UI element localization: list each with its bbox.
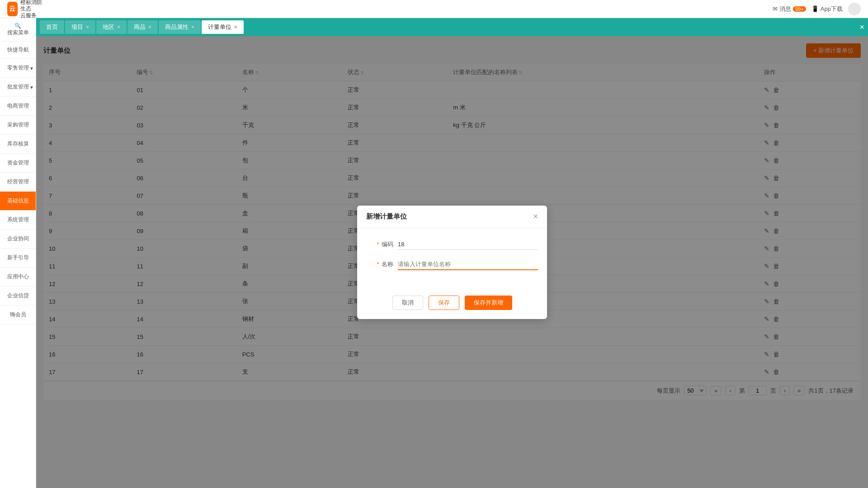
sidebar-item-retail[interactable]: 零售管理 ▼: [0, 59, 36, 78]
modal-header: 新增计量单位 ×: [357, 206, 547, 228]
top-bar-left: 云 橙标消防生态 云服务: [7, 0, 43, 19]
content-area: 首页 项目 × 地区 × 商品 × 商品属性 × 计量单位 × ×: [36, 18, 868, 488]
sidebar-quick-nav[interactable]: 快捷导航: [0, 42, 36, 59]
top-bar: 云 橙标消防生态 云服务 ✉ 消息 99+ 📱 App下载: [0, 0, 868, 18]
message-badge: 99+: [793, 6, 806, 12]
tab-close-unit[interactable]: ×: [234, 24, 237, 30]
sidebar-item-purchase[interactable]: 采购管理: [0, 116, 36, 135]
modal-title: 新增计量单位: [366, 212, 407, 221]
save-button[interactable]: 保存: [429, 296, 459, 310]
app-download-btn[interactable]: 📱 App下载: [811, 5, 843, 13]
add-unit-modal: 新增计量单位 × * 编码 *: [357, 206, 547, 319]
sidebar-search[interactable]: 🔍 搜索菜单: [0, 18, 36, 42]
sidebar-item-ecommerce[interactable]: 电商管理: [0, 97, 36, 116]
chevron-down-icon: ▼: [29, 66, 34, 70]
page-content: 计量单位 + 新增计量单位 序号 编号⇅ 名称⇅ 状态⇅ 计量单位匹配的名称列表…: [36, 36, 868, 488]
message-btn[interactable]: ✉ 消息 99+: [773, 5, 806, 13]
top-bar-right: ✉ 消息 99+ 📱 App下载: [773, 3, 861, 15]
tab-close-projects[interactable]: ×: [86, 24, 89, 30]
sidebar-item-inventory[interactable]: 库存核算: [0, 135, 36, 154]
logo-text: 橙标消防生态 云服务: [20, 0, 43, 19]
download-icon: 📱: [811, 5, 819, 12]
modal-close-btn[interactable]: ×: [533, 212, 538, 221]
sidebar-item-app-center[interactable]: 应用中心: [0, 267, 36, 286]
sidebar-item-enterprise-credit[interactable]: 企业信贷: [0, 286, 36, 305]
main-layout: 🔍 搜索菜单 快捷导航 零售管理 ▼ 批发管理 ▼ 电商管理 采购管理 库存核算…: [0, 18, 868, 488]
tab-close-area[interactable]: ×: [117, 24, 120, 30]
tab-close-products[interactable]: ×: [148, 24, 151, 30]
tab-home[interactable]: 首页: [40, 20, 64, 34]
user-avatar[interactable]: [848, 3, 861, 15]
tab-projects[interactable]: 项目 ×: [65, 20, 95, 34]
sidebar-item-new-guide[interactable]: 新手引导: [0, 249, 36, 267]
sidebar-item-cooperation[interactable]: 企业协同: [0, 230, 36, 249]
sidebar-item-system[interactable]: 系统管理: [0, 211, 36, 230]
form-row-code: * 编码: [366, 239, 538, 250]
tab-product-attrs[interactable]: 商品属性 ×: [159, 20, 201, 34]
sidebar-item-basic-info[interactable]: 基础信息: [0, 192, 36, 211]
tab-products[interactable]: 商品 ×: [127, 20, 158, 34]
modal-footer: 取消 保存 保存并新增: [357, 290, 547, 319]
tab-close-product-attrs[interactable]: ×: [191, 24, 194, 30]
close-all-tabs-btn[interactable]: ×: [859, 23, 864, 32]
name-label: * 名称: [366, 260, 393, 268]
message-icon: ✉: [773, 5, 778, 12]
logo-area: 云 橙标消防生态 云服务: [7, 0, 43, 19]
tab-unit[interactable]: 计量单位 ×: [202, 20, 244, 34]
tab-bar: 首页 项目 × 地区 × 商品 × 商品属性 × 计量单位 × ×: [36, 18, 868, 36]
sidebar-item-finance[interactable]: 资金管理: [0, 154, 36, 173]
search-icon: 🔍: [0, 23, 36, 29]
name-input[interactable]: [398, 259, 538, 270]
save-and-new-button[interactable]: 保存并新增: [465, 296, 512, 310]
form-row-name: * 名称: [366, 259, 538, 270]
code-label: * 编码: [366, 240, 393, 249]
sidebar: 🔍 搜索菜单 快捷导航 零售管理 ▼ 批发管理 ▼ 电商管理 采购管理 库存核算…: [0, 18, 36, 488]
modal-overlay: 新增计量单位 × * 编码 *: [36, 36, 868, 488]
modal-body: * 编码 * 名称: [357, 228, 547, 290]
tab-area[interactable]: 地区 ×: [96, 20, 127, 34]
logo-icon: 云: [7, 2, 18, 16]
sidebar-item-wholesale[interactable]: 批发管理 ▼: [0, 78, 36, 97]
chevron-down-icon: ▼: [29, 84, 34, 89]
cancel-button[interactable]: 取消: [392, 296, 423, 310]
code-input[interactable]: [398, 239, 538, 250]
sidebar-item-operations[interactable]: 经营管理: [0, 173, 36, 192]
sidebar-item-member[interactable]: 嗨会员: [0, 305, 36, 324]
